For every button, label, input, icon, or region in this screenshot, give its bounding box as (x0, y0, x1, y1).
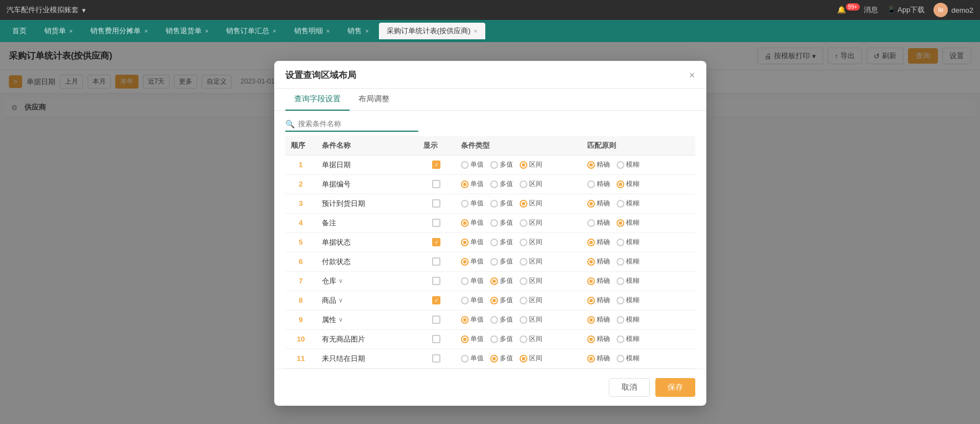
checkbox-display-6[interactable] (432, 277, 440, 285)
radio-match_exact-8[interactable]: 精确 (587, 315, 610, 324)
search-input[interactable] (298, 120, 409, 128)
radio-type_multi-8[interactable]: 多值 (490, 315, 513, 324)
radio-type_range-6[interactable]: 区间 (520, 276, 542, 286)
radio-match_fuzzy-0[interactable]: 模糊 (617, 160, 639, 169)
radio-match_fuzzy-8[interactable]: 模糊 (617, 315, 639, 324)
tab-sales-order[interactable]: 销货单 × (37, 23, 80, 39)
radio-match_exact-9[interactable]: 精确 (587, 334, 610, 344)
radio-type_multi-10[interactable]: 多值 (490, 354, 513, 363)
radio-type_range-1[interactable]: 区间 (520, 179, 542, 189)
download-wrap[interactable]: 📱 App下载 (887, 5, 925, 15)
tab-purchase-stat[interactable]: 采购订单统计表(按供应商) × (379, 23, 485, 39)
checkbox-display-2[interactable] (432, 199, 440, 208)
radio-type_single-4[interactable]: 单值 (461, 237, 484, 247)
radio-match_exact-2[interactable]: 精确 (587, 199, 610, 208)
cell-display-1[interactable] (418, 174, 455, 194)
tab-home[interactable]: 首页 (4, 23, 34, 39)
tab-sales-close[interactable]: × (365, 28, 368, 34)
radio-match_fuzzy-10[interactable]: 模糊 (617, 354, 639, 363)
radio-type_single-6[interactable]: 单值 (461, 276, 484, 286)
radio-type_multi-5[interactable]: 多值 (490, 257, 513, 266)
radio-type_range-10[interactable]: 区间 (520, 354, 542, 363)
radio-match_exact-4[interactable]: 精确 (587, 237, 610, 247)
tab-sales-detail-close[interactable]: × (326, 28, 330, 34)
radio-type_single-9[interactable]: 单值 (461, 334, 484, 344)
tab-sales-expense-close[interactable]: × (144, 28, 147, 34)
checkbox-display-10[interactable] (432, 354, 440, 363)
notification-wrap[interactable]: 🔔 99+ 消息 (837, 5, 878, 15)
radio-type_single-10[interactable]: 单值 (461, 354, 484, 363)
radio-match_fuzzy-3[interactable]: 模糊 (617, 218, 639, 227)
cell-display-0[interactable] (418, 155, 455, 174)
tab-sales-return-close[interactable]: × (205, 28, 208, 34)
cancel-button[interactable]: 取消 (609, 378, 650, 397)
cell-display-3[interactable] (418, 213, 455, 232)
radio-type_range-8[interactable]: 区间 (520, 315, 542, 324)
checkbox-display-4[interactable] (432, 238, 440, 246)
radio-type_single-1[interactable]: 单值 (461, 179, 484, 189)
radio-match_exact-0[interactable]: 精确 (587, 160, 610, 169)
radio-type_single-2[interactable]: 单值 (461, 199, 484, 208)
cell-display-8[interactable] (418, 310, 455, 329)
user-wrap[interactable]: Ie demo2 (933, 3, 973, 17)
radio-type_range-2[interactable]: 区间 (520, 199, 542, 208)
radio-match_fuzzy-2[interactable]: 模糊 (617, 199, 639, 208)
radio-match_exact-3[interactable]: 精确 (587, 218, 610, 227)
radio-type_range-9[interactable]: 区间 (520, 334, 542, 344)
checkbox-display-0[interactable] (432, 161, 440, 169)
cell-display-7[interactable] (418, 291, 455, 310)
radio-match_fuzzy-4[interactable]: 模糊 (617, 237, 639, 247)
cell-display-5[interactable] (418, 252, 455, 271)
tab-sales-return[interactable]: 销售退货单 × (158, 23, 216, 39)
tab-sales[interactable]: 销售 × (340, 23, 376, 39)
tab-sales-summary[interactable]: 销售订单汇总 × (218, 23, 284, 39)
tab-sales-summary-close[interactable]: × (273, 28, 276, 34)
radio-type_range-3[interactable]: 区间 (520, 218, 542, 227)
radio-type_single-3[interactable]: 单值 (461, 218, 484, 227)
radio-type_single-8[interactable]: 单值 (461, 315, 484, 324)
radio-match_fuzzy-1[interactable]: 模糊 (617, 179, 639, 189)
radio-type_single-0[interactable]: 单值 (461, 160, 484, 169)
radio-match_fuzzy-7[interactable]: 模糊 (617, 296, 639, 305)
checkbox-display-3[interactable] (432, 219, 440, 227)
cell-display-6[interactable] (418, 271, 455, 291)
tab-purchase-stat-close[interactable]: × (474, 28, 477, 34)
radio-type_multi-6[interactable]: 多值 (490, 276, 513, 286)
radio-match_exact-10[interactable]: 精确 (587, 354, 610, 363)
radio-type_single-7[interactable]: 单值 (461, 296, 484, 305)
radio-match_exact-7[interactable]: 精确 (587, 296, 610, 305)
radio-type_multi-9[interactable]: 多值 (490, 334, 513, 344)
radio-type_range-4[interactable]: 区间 (520, 237, 542, 247)
modal-close-button[interactable]: × (689, 70, 695, 80)
save-button[interactable]: 保存 (655, 378, 695, 397)
radio-type_multi-3[interactable]: 多值 (490, 218, 513, 227)
checkbox-display-5[interactable] (432, 257, 440, 266)
radio-type_multi-7[interactable]: 多值 (490, 296, 513, 305)
cell-display-2[interactable] (418, 194, 455, 213)
radio-match_fuzzy-9[interactable]: 模糊 (617, 334, 639, 344)
checkbox-display-8[interactable] (432, 316, 440, 324)
modal-tab-query-fields[interactable]: 查询字段设置 (285, 89, 350, 111)
tab-sales-order-close[interactable]: × (69, 28, 73, 34)
radio-type_multi-2[interactable]: 多值 (490, 199, 513, 208)
radio-match_fuzzy-5[interactable]: 模糊 (617, 257, 639, 266)
radio-type_multi-0[interactable]: 多值 (490, 160, 513, 169)
radio-type_range-0[interactable]: 区间 (520, 160, 542, 169)
radio-type_multi-4[interactable]: 多值 (490, 237, 513, 247)
radio-type_range-7[interactable]: 区间 (520, 296, 542, 305)
checkbox-display-7[interactable] (432, 296, 440, 304)
radio-type_single-5[interactable]: 单值 (461, 257, 484, 266)
radio-match_exact-6[interactable]: 精确 (587, 276, 610, 286)
tab-sales-expense[interactable]: 销售费用分摊单 × (83, 23, 155, 39)
radio-match_exact-1[interactable]: 精确 (587, 179, 610, 189)
radio-type_multi-1[interactable]: 多值 (490, 179, 513, 189)
radio-match_exact-5[interactable]: 精确 (587, 257, 610, 266)
radio-type_range-5[interactable]: 区间 (520, 257, 542, 266)
checkbox-display-1[interactable] (432, 180, 440, 188)
modal-tab-layout[interactable]: 布局调整 (350, 89, 398, 111)
cell-display-9[interactable] (418, 329, 455, 349)
cell-display-4[interactable] (418, 232, 455, 252)
cell-display-10[interactable] (418, 349, 455, 368)
checkbox-display-9[interactable] (432, 335, 440, 343)
radio-match_fuzzy-6[interactable]: 模糊 (617, 276, 639, 286)
